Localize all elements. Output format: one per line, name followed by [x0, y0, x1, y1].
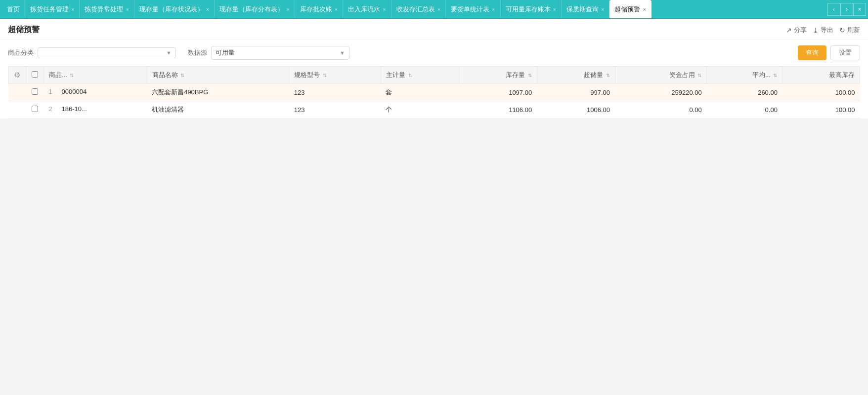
nav-close-available[interactable]: × — [553, 6, 556, 12]
nav-item-batch[interactable]: 库存批次账 × — [295, 0, 343, 19]
table-row: 2 186-10... 机油滤清器 123 个 1106.00 1006.00 … — [8, 101, 860, 118]
row-checkbox[interactable] — [32, 106, 38, 112]
data-source-filter: 数据源 可用量 ▼ — [188, 46, 349, 60]
product-category-select[interactable]: ▼ — [38, 47, 176, 58]
data-source-label: 数据源 — [188, 48, 207, 57]
nav-item-abnormal[interactable]: 拣货异常处理 × — [80, 0, 134, 19]
unit-label: 主计量 — [386, 71, 405, 79]
row-gear-cell — [8, 101, 26, 118]
row-stock: 1106.00 — [459, 101, 537, 118]
row-stock: 1097.00 — [459, 84, 537, 101]
data-source-chevron-icon: ▼ — [340, 50, 345, 56]
row-product-name: 六配套新昌490BPG — [147, 84, 289, 101]
overstock-sort-icon: ⇅ — [606, 73, 610, 78]
page-content: 超储预警 ↗ 分享 ⤓ 导出 ↻ 刷新 商品分类 ▼ 数据源 — [0, 19, 868, 118]
nav-item-home[interactable]: 首页 — [2, 0, 25, 19]
capital-sort-icon: ⇅ — [697, 73, 701, 78]
table-row: 1 0000004 六配套新昌490BPG 123 套 1097.00 997.… — [8, 84, 860, 101]
nav-close-button[interactable]: × — [853, 3, 866, 16]
filter-actions: 查询 设置 — [798, 45, 860, 60]
export-button[interactable]: ⤓ 导出 — [813, 26, 833, 35]
nav-close-stock-status[interactable]: × — [206, 6, 209, 12]
avg-label: 平均... — [752, 71, 771, 79]
stock-label: 库存量 — [506, 71, 525, 79]
table-body: 1 0000004 六配套新昌490BPG 123 套 1097.00 997.… — [8, 84, 860, 118]
filter-bar: 商品分类 ▼ 数据源 可用量 ▼ 查询 设置 — [0, 40, 868, 66]
nav-item-stock-status[interactable]: 现存量（库存状况表） × — [134, 0, 215, 19]
refresh-label: 刷新 — [847, 26, 860, 35]
overstock-label: 超储量 — [584, 71, 603, 79]
nav-item-order-stat[interactable]: 要货单统计表 × — [446, 0, 500, 19]
product-category-filter: 商品分类 ▼ — [8, 47, 176, 58]
row-product-code: 186-10... — [62, 105, 87, 113]
nav-close-expiry[interactable]: × — [601, 6, 604, 12]
overstock-column-header[interactable]: 超储量 ⇅ — [537, 67, 615, 84]
query-button[interactable]: 查询 — [798, 45, 826, 60]
nav-close-summary[interactable]: × — [437, 6, 440, 12]
product-name-column-header[interactable]: 商品名称 ⇅ — [147, 67, 289, 84]
product-category-label: 商品分类 — [8, 48, 34, 57]
data-source-select[interactable]: 可用量 ▼ — [211, 46, 349, 60]
capital-label: 资金占用 — [669, 71, 695, 79]
data-source-value: 可用量 — [216, 48, 235, 57]
row-capital: 259220.00 — [615, 84, 707, 101]
nav-close-stock-dist[interactable]: × — [286, 6, 289, 12]
max-stock-label: 最高库存 — [829, 71, 855, 79]
table-header: ⚙ 商品... ⇅ 商品名称 ⇅ 规格型号 ⇅ — [8, 67, 860, 84]
refresh-icon: ↻ — [839, 26, 845, 34]
gear-icon[interactable]: ⚙ — [14, 71, 20, 79]
row-overstock: 1006.00 — [537, 101, 615, 118]
row-unit: 套 — [381, 84, 459, 101]
share-icon: ↗ — [786, 26, 792, 34]
settings-button[interactable]: 设置 — [830, 45, 860, 60]
stock-column-header[interactable]: 库存量 ⇅ — [459, 67, 537, 84]
product-code-sort-icon: ⇅ — [70, 73, 74, 78]
header-row: ⚙ 商品... ⇅ 商品名称 ⇅ 规格型号 ⇅ — [8, 67, 860, 84]
nav-close-flow[interactable]: × — [383, 6, 386, 12]
product-code-column-header[interactable]: 商品... ⇅ — [44, 67, 147, 84]
product-name-label: 商品名称 — [152, 71, 178, 79]
row-spec: 123 — [289, 84, 381, 101]
nav-close-batch[interactable]: × — [335, 6, 338, 12]
nav-item-flow[interactable]: 出入库流水 × — [343, 0, 391, 19]
unit-column-header[interactable]: 主计量 ⇅ — [381, 67, 459, 84]
nav-item-task[interactable]: 拣货任务管理 × — [25, 0, 80, 19]
row-index-product: 1 0000004 — [44, 84, 147, 99]
spec-sort-icon: ⇅ — [323, 73, 327, 78]
row-checkbox-cell[interactable] — [26, 84, 44, 101]
max-stock-column-header[interactable]: 最高库存 — [782, 67, 860, 84]
refresh-button[interactable]: ↻ 刷新 — [839, 26, 860, 35]
nav-close-task[interactable]: × — [71, 6, 74, 12]
overstock-table: ⚙ 商品... ⇅ 商品名称 ⇅ 规格型号 ⇅ — [8, 66, 860, 118]
nav-item-stock-dist[interactable]: 现存量（库存分布表） × — [215, 0, 295, 19]
row-gear-cell — [8, 84, 26, 101]
nav-arrows: ‹ › × — [827, 3, 866, 16]
row-capital: 0.00 — [615, 101, 707, 118]
spec-column-header[interactable]: 规格型号 ⇅ — [289, 67, 381, 84]
nav-item-overstock[interactable]: 超储预警 × — [609, 0, 651, 19]
checkbox-column-header[interactable] — [26, 67, 44, 84]
gear-column-header[interactable]: ⚙ — [8, 67, 26, 84]
nav-close-abnormal[interactable]: × — [126, 6, 129, 12]
row-index-product: 2 186-10... — [44, 101, 147, 117]
nav-item-summary[interactable]: 收发存汇总表 × — [391, 0, 446, 19]
nav-close-order-stat[interactable]: × — [492, 6, 495, 12]
capital-column-header[interactable]: 资金占用 ⇅ — [615, 67, 707, 84]
product-name-sort-icon: ⇅ — [180, 73, 184, 78]
row-max-stock: 100.00 — [782, 101, 860, 118]
row-checkbox[interactable] — [32, 88, 38, 95]
nav-next-button[interactable]: › — [840, 3, 853, 16]
row-checkbox-cell[interactable] — [26, 101, 44, 118]
select-all-checkbox[interactable] — [32, 71, 38, 78]
header-actions: ↗ 分享 ⤓ 导出 ↻ 刷新 — [786, 26, 860, 35]
unit-sort-icon: ⇅ — [408, 73, 412, 78]
nav-item-expiry[interactable]: 保质期查询 × — [562, 0, 609, 19]
nav-prev-button[interactable]: ‹ — [827, 3, 840, 16]
nav-close-overstock[interactable]: × — [643, 6, 646, 12]
share-label: 分享 — [794, 26, 807, 35]
avg-column-header[interactable]: 平均... ⇅ — [707, 67, 782, 84]
nav-item-available[interactable]: 可用量库存账本 × — [501, 0, 562, 19]
avg-sort-icon: ⇅ — [773, 73, 777, 78]
share-button[interactable]: ↗ 分享 — [786, 26, 807, 35]
row-unit: 个 — [381, 101, 459, 118]
